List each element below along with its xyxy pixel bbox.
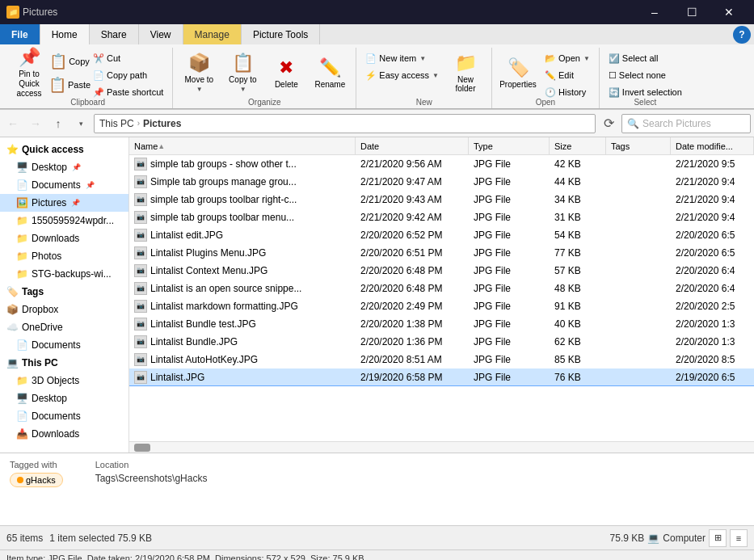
edit-icon: ✏️ [545,70,556,81]
sidebar-this-pc[interactable]: 💻 This PC [0,354,128,372]
sidebar-item-stg[interactable]: 📁 STG-backups-wi... [0,265,128,283]
open-button[interactable]: 📂 Open ▼ [541,50,594,66]
file-list[interactable]: 📷 simple tab groups - show other t... 2/… [129,155,754,441]
sidebar-quick-access[interactable]: ⭐ Quick access [0,141,128,158]
copy-icon: 📋 [49,53,67,70]
select-none-label: Select none [619,70,666,80]
paste-button[interactable]: 📋 Paste [52,74,87,96]
new-item-button[interactable]: 📄 New item ▼ [361,50,443,66]
cut-button[interactable]: ✂️ Cut [89,50,167,66]
address-bar[interactable]: This PC › Pictures [94,114,596,133]
tab-manage[interactable]: Manage [183,24,242,44]
invert-icon: 🔄 [609,87,620,98]
back-button[interactable]: ← [3,114,23,133]
file-name-cell: 📷 Lintalist Bundle test.JPG [129,315,356,333]
table-row[interactable]: 📷 Simple tab groups manage grou... 2/21/… [129,173,754,191]
properties-button[interactable]: 🏷️ Properties [497,49,539,96]
recent-dropdown-button[interactable]: ▾ [71,114,91,133]
refresh-button[interactable]: ⟳ [599,114,618,133]
new-folder-button[interactable]: 📁 New folder [444,49,487,96]
copy-path-button[interactable]: 📄 Copy path [89,67,167,83]
this-pc-icon: 💻 [6,357,19,368]
table-row[interactable]: 📷 Lintalist.JPG 2/19/2020 6:58 PM JPG Fi… [129,368,754,386]
col-header-datemod[interactable]: Date modifie... [671,137,754,155]
copy-to-label: Copy to ▼ [224,75,261,93]
new-group: 📄 New item ▼ ⚡ Easy access ▼ 📁 New folde… [356,48,492,108]
file-tags-cell [606,333,671,351]
select-none-button[interactable]: ☐ Select none [604,67,686,83]
table-row[interactable]: 📷 Lintalist edit.JPG 2/20/2020 6:52 PM J… [129,226,754,244]
tab-home[interactable]: Home [40,24,90,44]
view-details-button[interactable]: ≡ [730,529,748,547]
tab-view[interactable]: View [139,24,183,44]
edit-button[interactable]: ✏️ Edit [541,67,594,83]
table-row[interactable]: 📷 Lintalist AutoHotKey.JPG 2/20/2020 8:5… [129,351,754,368]
up-button[interactable]: ↑ [48,114,68,133]
copy-button[interactable]: 📋 Copy [52,50,87,73]
sidebar-documents2[interactable]: 📄 Documents [0,407,128,425]
delete-label: Delete [275,80,298,89]
pin-to-quick-access-button[interactable]: 📌 Pin to Quick access [8,49,50,96]
view-large-icons-button[interactable]: ⊞ [709,529,727,547]
move-to-button[interactable]: 📦 Move to ▼ [178,49,220,96]
table-row[interactable]: 📷 Lintalist is an open source snippe... … [129,280,754,297]
close-button[interactable]: ✕ [710,0,748,24]
sidebar-onedrive-docs[interactable]: 📄 Documents [0,336,128,354]
sidebar-item-folder1[interactable]: 📁 1550595924wpdr... [0,212,128,229]
table-row[interactable]: 📷 simple tab groups toolbar right-c... 2… [129,191,754,208]
delete-button[interactable]: ✖ Delete [265,49,307,96]
rename-button[interactable]: ✏️ Rename [309,49,351,96]
stg-icon: 📁 [16,268,28,280]
file-area: Name ▲ Date Type Size Tags Date modifie.… [129,137,754,453]
dropbox-label: Dropbox [22,304,58,315]
paste-icon: 📋 [48,76,66,94]
sidebar-item-documents[interactable]: 📄 Documents 📌 [0,176,128,194]
horizontal-scrollbar[interactable] [129,441,754,453]
copy-to-button[interactable]: 📋 Copy to ▼ [221,49,263,96]
help-button[interactable]: ? [733,26,751,44]
file-date-cell: 2/21/2020 9:56 AM [356,155,469,173]
file-datemod-cell: 2/20/2020 6:4 [671,280,754,297]
file-name-cell: 📷 simple tab groups - show other t... [129,155,356,173]
sidebar-desktop2[interactable]: 🖥️ Desktop [0,389,128,407]
sidebar-item-pictures[interactable]: 🖼️ Pictures 📌 [0,194,128,212]
folder1-label: 1550595924wpdr... [32,215,114,226]
col-header-name[interactable]: Name ▲ [129,137,356,155]
this-pc-label: This PC [22,357,58,368]
sidebar-3dobjects[interactable]: 📁 3D Objects [0,372,128,389]
col-header-size[interactable]: Size [550,137,606,155]
sidebar-dropbox[interactable]: 📦 Dropbox [0,301,128,318]
sidebar-onedrive[interactable]: ☁️ OneDrive [0,318,128,336]
forward-button[interactable]: → [26,114,45,133]
table-row[interactable]: 📷 Lintalist Plugins Menu.JPG 2/20/2020 6… [129,244,754,262]
col-header-tags[interactable]: Tags [606,137,671,155]
table-row[interactable]: 📷 Lintalist Bundle test.JPG 2/20/2020 1:… [129,315,754,333]
file-tags-cell [606,155,671,173]
file-type-cell: JPG File [469,280,550,297]
minimize-button[interactable]: – [636,0,673,24]
col-header-type[interactable]: Type [469,137,550,155]
tab-picture-tools[interactable]: Picture Tools [242,24,320,44]
table-row[interactable]: 📷 simple tab groups toolbar menu... 2/21… [129,208,754,226]
file-date-cell: 2/20/2020 6:48 PM [356,262,469,280]
select-all-button[interactable]: ☑️ Select all [604,50,686,66]
sidebar-downloads2[interactable]: 📥 Downloads [0,425,128,443]
sidebar-tags[interactable]: 🏷️ Tags [0,283,128,301]
col-header-date[interactable]: Date [356,137,469,155]
table-row[interactable]: 📷 Lintalist Context Menu.JPG 2/20/2020 6… [129,262,754,280]
sidebar-item-photos[interactable]: 📁 Photos [0,247,128,265]
table-row[interactable]: 📷 Lintalist markdown formatting.JPG 2/20… [129,297,754,315]
search-bar[interactable]: 🔍 Search Pictures [621,114,751,133]
sidebar-item-downloads[interactable]: 📁 Downloads [0,229,128,247]
file-type-cell: JPG File [469,155,550,173]
table-row[interactable]: 📷 simple tab groups - show other t... 2/… [129,155,754,173]
tab-share[interactable]: Share [90,24,139,44]
sidebar-item-desktop[interactable]: 🖥️ Desktop 📌 [0,158,128,176]
tab-file[interactable]: File [0,24,40,44]
table-row[interactable]: 📷 Lintalist Bundle.JPG 2/20/2020 1:36 PM… [129,333,754,351]
easy-access-button[interactable]: ⚡ Easy access ▼ [361,67,443,83]
file-icon: 📷 [134,158,147,171]
file-icon: 📷 [134,318,147,331]
easy-access-arrow: ▼ [432,72,439,79]
maximize-button[interactable]: ☐ [673,0,710,24]
